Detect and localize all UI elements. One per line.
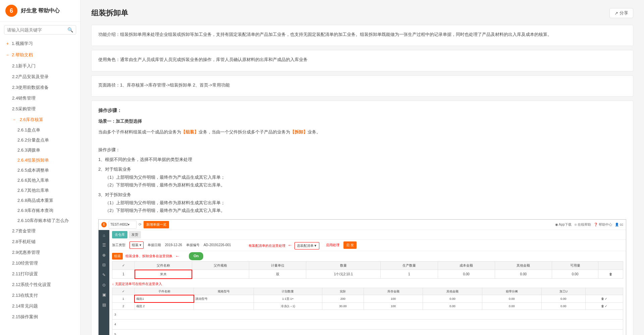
sidebar-item-ledger-query[interactable]: 2.6.9库存账本查询	[0, 206, 80, 216]
app-left-panel: ⌂ ☰ ⊕ ⊟ ✎ ⊙ ▣ ▤	[99, 230, 109, 335]
step2-1: （1）上部明细为父件明细，最终作为产成品生成其它入库单；	[105, 173, 626, 181]
side-icon-doc[interactable]: ☰	[102, 242, 106, 249]
side-icon-minus[interactable]: ⊟	[102, 262, 106, 269]
field-type-label: 加工类型	[112, 242, 125, 248]
col-parent-name: 父件名称	[135, 261, 192, 270]
sidebar-item-cost-adjust[interactable]: 2.6.5成本调整单	[0, 165, 80, 175]
side-icon-lines[interactable]: ▤	[102, 301, 106, 309]
search-box[interactable]: 🔍	[4, 25, 76, 35]
sidebar-item-ledger-fix[interactable]: 2.6.10库存账本错了怎么办	[0, 216, 80, 226]
field-no-val: AD-20191226-001	[204, 242, 231, 248]
app-nav-icons: ◉ App下载 ⊙ 在线帮助 ❓ 帮助中心 👤 cc	[555, 222, 623, 228]
sidebar-item-other-out[interactable]: 2.6.7其他出库单	[0, 185, 80, 196]
step3: 3、对于拆卸业务	[98, 191, 626, 199]
sidebar-item-payment[interactable]: 2.13在线支付	[0, 290, 80, 301]
table-row: 3	[112, 310, 623, 320]
app-body: ⌂ ☰ ⊕ ⊟ ✎ ⊙ ▣ ▤ 去仓库 发货	[99, 230, 626, 335]
sidebar-item-stocktake[interactable]: 2.6.1盘点单	[0, 125, 80, 135]
field-date-label: 单据日期	[148, 242, 161, 248]
intro-section: 功能介绍：组装拆卸单用来处理企业组装或拆卸等加工业务，支持有固定装配清单的产品加…	[91, 25, 633, 46]
sidebar-item-cases[interactable]: 2.15操作案例	[0, 312, 80, 322]
sidebar-item-install[interactable]: 2.2产品安装及登录	[0, 71, 80, 82]
minus-icon-inventory: －	[12, 117, 16, 122]
side-icon-home[interactable]: ⌂	[103, 232, 105, 239]
sidebar-item-docs[interactable]: － 2.帮助文档	[0, 49, 80, 61]
table-row: 2 魂批 2 冷冻(1→1) 30.00 100 0.00 0.00 0.00	[112, 302, 623, 310]
lower-table-area: ✓ 子件名称 规格型号 计划数量 实际 库存金额 其他金额 箱带分摊 加工U	[109, 288, 626, 335]
intro-text: 功能介绍：组装拆卸单用来处理企业组装或拆卸等加工业务，支持有固定装配清单的产品加…	[98, 31, 626, 38]
annotation-text-2: 组装业务、拆卸业务在这里切换	[125, 253, 172, 259]
field-type-select[interactable]: 组装 ▾	[129, 241, 144, 249]
app-screenshot: 6 TEST-H002▾ ⟳ 新增单据一览 ◉ App下载 ⊙ 在线帮助 ❓ 帮…	[98, 219, 626, 335]
app-icon-help: ⊙ 在线帮助	[574, 222, 591, 228]
sidebar-item-videos[interactable]: ＋ 1.视频学习	[0, 38, 80, 49]
sidebar-item-partial-stocktake[interactable]: 2.6.2分量盘点单	[0, 135, 80, 145]
share-label: 分享	[620, 10, 628, 16]
sidebar-item-finance[interactable]: 2.7资金管理	[0, 226, 80, 236]
role-text: 使用角色：通常由生产人员或库管人员完成拆装业务的操作，库管人员确认原材料的出库和…	[98, 56, 626, 63]
col-cost: 成本金额	[438, 261, 495, 270]
step3-1: （1）上部明细为父件明细，最终作为原材料生成其它出库单；	[105, 199, 626, 207]
side-icon-grid[interactable]: ▣	[102, 291, 106, 299]
lower-table-body: 1 魂批1 跳动型号 1·1至·1+ 200 100 0.00 0.00 0.0…	[112, 295, 623, 335]
sidebar-item-transfer[interactable]: 2.6.3调拨单	[0, 145, 80, 155]
operations-section: 操作步骤： 场景一：加工类型选择 当由多个子件材料组装成一个成品的业务为【组装】…	[91, 101, 633, 335]
col-other-amount: 其他金额	[495, 261, 552, 270]
annotation-text-1: 有装配清单的在这里处理	[249, 244, 285, 247]
annotation-area-1: 有装配清单的在这里处理 ← 选装配清单▼	[249, 241, 319, 249]
search-input[interactable]	[7, 27, 67, 33]
btn-assembly-list[interactable]: 选装配清单▼	[294, 242, 319, 249]
app-title-dropdown[interactable]: TEST-H002▾	[109, 221, 137, 229]
table-row: 4	[112, 320, 623, 329]
operations-title: 操作步骤：	[98, 106, 626, 115]
sidebar-item-faq[interactable]: 2.14常见问题	[0, 301, 80, 312]
sidebar-item-assembly[interactable]: 2.6.4组装拆卸单	[0, 155, 80, 165]
minus-icon-2: －	[5, 52, 10, 58]
sidebar-item-newbie[interactable]: 2.1新手入门	[0, 61, 80, 71]
arrow-down-icon: ↓	[112, 281, 114, 287]
sidebar-item-purchase[interactable]: 2.5采购管理	[0, 104, 80, 114]
table-row: 5	[112, 329, 623, 335]
sidebar: 6 好生意 帮助中心 🔍 ＋ 1.视频学习 － 2.帮助文档 2.1新手入门 2…	[0, 0, 80, 335]
logo-text: 好生意 帮助中心	[21, 7, 60, 14]
share-button[interactable]: ↗ 分享	[609, 8, 633, 18]
side-icon-edit[interactable]: ✎	[102, 272, 106, 279]
search-icon: 🔍	[67, 27, 73, 33]
app-icon-user: 👤 cc	[615, 222, 623, 228]
sidebar-item-label: 2.帮助文档	[12, 52, 33, 58]
app-main-content: 去仓库 发货 加工类型 组装 ▾ 单据日期 2019-12-26 单据编号 AD…	[109, 230, 626, 335]
app-new-bill-btn[interactable]: 新增单据一览	[144, 221, 169, 228]
step1: 1、根据不同的业务，选择不同单据的类型来处理	[98, 156, 626, 163]
col-available: 可用量	[552, 261, 598, 270]
annotation-text-3: 无固定清单可在组件在这里录入	[115, 281, 162, 287]
sidebar-item-other-in[interactable]: 2.6.6其他入库单	[0, 175, 80, 185]
logo-area: 6 好生意 帮助中心	[0, 0, 80, 22]
sidebar-item-coupon[interactable]: 2.9优惠券管理	[0, 247, 80, 258]
col-actions	[598, 261, 623, 270]
sidebar-item-sales[interactable]: 2.4销售管理	[0, 93, 80, 104]
on-badge[interactable]: On	[189, 252, 203, 260]
refresh-icon: ⟳	[139, 221, 142, 228]
role-section: 使用角色：通常由生产人员或库管人员完成拆装业务的操作，库管人员确认原材料的出库和…	[91, 50, 633, 71]
app-icon-apptap: ◉ App下载	[555, 222, 572, 228]
side-icon-circle[interactable]: ⊙	[102, 282, 106, 289]
sidebar-item-cost-recalc[interactable]: 2.6.8商品成本重算	[0, 196, 80, 206]
lower-table-header: ✓ 子件名称 规格型号 计划数量 实际 库存金额 其他金额 箱带分摊 加工U	[112, 288, 623, 295]
side-icon-add[interactable]: ⊕	[102, 252, 106, 259]
scene1-title: 场景一：加工类型选择	[98, 119, 142, 124]
sidebar-item-inventory[interactable]: － 2.6库存核算	[0, 114, 80, 125]
sidebar-item-mgmt[interactable]: 2.10经营管理	[0, 258, 80, 269]
lower-table: ✓ 子件名称 规格型号 计划数量 实际 库存金额 其他金额 箱带分摊 加工U	[112, 288, 623, 335]
sidebar-item-print[interactable]: 2.11打印设置	[0, 269, 80, 279]
sidebar-item-mobile[interactable]: 2.8手机旺铺	[0, 236, 80, 247]
app-refresh-icons: ⟳	[139, 221, 142, 228]
btn-qiyong[interactable]: 启 发	[343, 241, 357, 249]
col-prod-qty: 生产数量	[381, 261, 438, 270]
col-checkmark: ✓	[112, 261, 135, 270]
sidebar-item-dataprep[interactable]: 2.3使用前数据准备	[0, 82, 80, 93]
upper-table-label-row: 组装 组装业务、拆卸业务在这里切换 ← On	[109, 251, 626, 261]
sidebar-item-customization[interactable]: 2.12系统个性化设置	[0, 279, 80, 290]
app-tab-query[interactable]: 发货	[129, 231, 141, 238]
app-tab-new[interactable]: 去仓库	[112, 231, 127, 238]
table-row: 1 米木 双 1个/元2:10.1 1 0.00 0.00 0.00 🗑	[112, 270, 623, 279]
